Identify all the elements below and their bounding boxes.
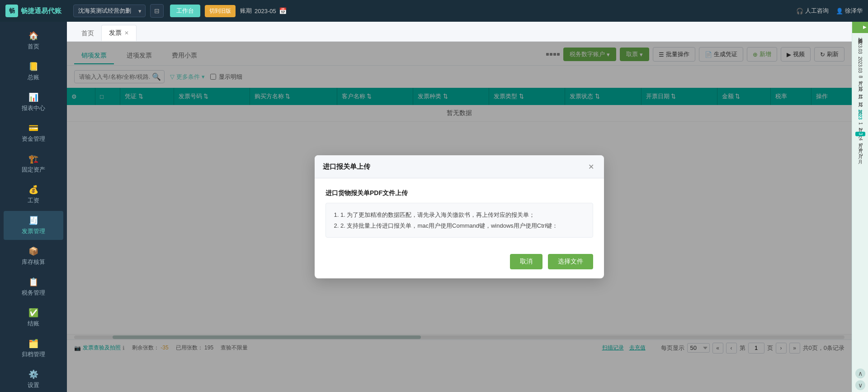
brand: 畅 畅捷通易代账 — [5, 5, 61, 17]
notice-item-2: 2. 支持批量上传进口报关单，mac用户使用Command键，windows用户… — [340, 220, 585, 231]
chevron-right-icon: ▶ — [862, 24, 867, 30]
sidebar-item-label: 资金管理 — [22, 135, 45, 143]
help-button[interactable]: 🎧 人工咨询 — [796, 7, 829, 15]
month-item[interactable]: 9月 — [856, 80, 864, 85]
switch-to-old-button[interactable]: 切到旧版 — [205, 5, 236, 17]
tab-close-icon[interactable]: ✕ — [124, 30, 129, 36]
sidebar-item-label: 总账 — [28, 73, 39, 81]
company-selector[interactable]: 沈海英测试经营勿删 — [73, 5, 146, 17]
modal-close-button[interactable]: ✕ — [586, 162, 596, 172]
reports-icon: 📊 — [28, 92, 38, 102]
month-item[interactable]: 6月 — [856, 148, 864, 152]
month-item[interactable]: 2023.03 — [857, 56, 863, 74]
top-bar-right: 🎧 人工咨询 👤 徐泽华 — [796, 7, 863, 15]
active-month-item[interactable]: 3月 — [855, 132, 865, 136]
month-item[interactable]: 5月 — [856, 142, 864, 147]
sidebar-item-label: 工资 — [28, 196, 39, 205]
import-customs-modal: 进口报关单上传 ✕ 进口货物报关单PDF文件上传 1. 为了更加精准的数据匹配，… — [315, 155, 604, 278]
sidebar-item-inventory[interactable]: 📦 库存核算 — [4, 242, 63, 271]
home-icon: 🏠 — [28, 31, 38, 41]
invoice-icon: 🧾 — [28, 215, 38, 225]
tab-home[interactable]: 首页 — [74, 26, 101, 41]
sidebar-item-label: 库存核算 — [22, 258, 45, 266]
notice-item-1: 1. 为了更加精准的数据匹配，请先录入海关缴款书，再上传对应的报关单； — [340, 210, 585, 220]
sidebar-item-label: 报表中心 — [22, 104, 45, 112]
modal-section-title: 进口货物报关单PDF文件上传 — [326, 189, 593, 197]
modal-overlay: 进口报关单上传 ✕ 进口货物报关单PDF文件上传 1. 为了更加精准的数据匹配，… — [67, 42, 852, 392]
sidebar: 🏠 首页 📒 总账 📊 报表中心 💳 资金管理 🏗️ 固定资产 💰 工资 🧾 发… — [0, 22, 67, 392]
workspace-button[interactable]: 工作台 — [170, 5, 200, 17]
sidebar-item-ledger[interactable]: 📒 总账 — [4, 57, 63, 86]
user-avatar-icon: 👤 — [836, 8, 843, 14]
modal-footer: 取消 选择文件 — [315, 247, 604, 278]
month-item[interactable]: 4月 — [856, 137, 864, 142]
archive-icon: 🗂️ — [28, 339, 38, 349]
month-list: 2023.03 2023.03 8月 9月 10月 11月 12月 2023 1… — [852, 37, 868, 157]
modal-select-file-button[interactable]: 选择文件 — [548, 254, 593, 269]
modal-header: 进口报关单上传 ✕ — [315, 155, 604, 178]
period-calendar-icon[interactable]: 📅 — [279, 7, 287, 14]
sidebar-item-label: 首页 — [28, 43, 39, 51]
month-item[interactable]: 2023.03 — [857, 37, 863, 55]
panel-controls: ∧ ∨ — [854, 367, 867, 392]
sidebar-item-label: 发票管理 — [22, 227, 45, 235]
month-item[interactable]: 2月 — [856, 127, 864, 131]
company-settings-icon[interactable]: ⊟ — [150, 4, 164, 18]
sidebar-item-label: 结账 — [28, 320, 39, 328]
sidebar-item-closing[interactable]: ✅ 结账 — [4, 303, 63, 332]
sidebar-item-home[interactable]: 🏠 首页 — [4, 26, 63, 55]
modal-title: 进口报关单上传 — [323, 163, 370, 171]
sidebar-item-settings[interactable]: ⚙️ 设置 — [4, 365, 63, 392]
month-item[interactable]: 11月 — [856, 93, 864, 100]
month-item[interactable]: 7月 — [856, 153, 864, 157]
salary-icon: 💰 — [28, 185, 38, 195]
month-item[interactable]: 12月 — [856, 101, 864, 108]
sidebar-item-funds[interactable]: 💳 资金管理 — [4, 119, 63, 148]
headset-icon: 🎧 — [796, 8, 803, 14]
expand-down-button[interactable]: ∨ — [855, 380, 865, 390]
brand-icon: 畅 — [5, 5, 18, 17]
page-content: 销项发票 进项发票 费用小票 税务数字账户 ▾ 取票 ▾ — [67, 42, 852, 392]
inventory-icon: 📦 — [28, 246, 38, 256]
year-item[interactable]: 2023 — [857, 109, 863, 120]
user-menu[interactable]: 👤 徐泽华 — [836, 7, 863, 15]
top-bar: 畅 畅捷通易代账 沈海英测试经营勿删 ⊟ 工作台 切到旧版 账期 2023-05… — [0, 0, 868, 22]
month-item[interactable]: 8月 — [856, 75, 864, 79]
ledger-icon: 📒 — [28, 62, 38, 72]
right-panel: ▶ 期间选择 2023.03 2023.03 8月 9月 10月 11月 12月… — [852, 22, 868, 392]
sidebar-item-label: 归档管理 — [22, 350, 45, 359]
month-item[interactable]: 1月 — [856, 121, 864, 126]
tab-bar: 首页 发票 ✕ — [67, 22, 852, 42]
modal-body: 进口货物报关单PDF文件上传 1. 为了更加精准的数据匹配，请先录入海关缴款书，… — [315, 178, 604, 247]
sidebar-item-tax[interactable]: 📋 税务管理 — [4, 272, 63, 301]
funds-icon: 💳 — [28, 123, 38, 133]
modal-notice: 1. 为了更加精准的数据匹配，请先录入海关缴款书，再上传对应的报关单； 2. 支… — [326, 203, 593, 238]
period-display: 账期 2023-05 📅 — [240, 7, 287, 15]
assets-icon: 🏗️ — [28, 154, 38, 164]
closing-icon: ✅ — [28, 308, 38, 318]
month-item[interactable]: 10月 — [856, 85, 864, 92]
sidebar-item-invoice[interactable]: 🧾 发票管理 — [4, 211, 63, 240]
main-layout: 🏠 首页 📒 总账 📊 报表中心 💳 资金管理 🏗️ 固定资产 💰 工资 🧾 发… — [0, 22, 868, 392]
sidebar-item-archive[interactable]: 🗂️ 归档管理 — [4, 334, 63, 363]
period-select-label: 期间选择 — [856, 33, 864, 37]
content-area: 首页 发票 ✕ 销项发票 进项发票 费用小票 税务数字账户 — [67, 22, 852, 392]
open-billing-date-button[interactable]: ▶ — [852, 22, 868, 33]
tab-invoice[interactable]: 发票 ✕ — [101, 25, 137, 41]
sidebar-item-salary[interactable]: 💰 工资 — [4, 180, 63, 209]
sidebar-item-label: 税务管理 — [22, 289, 45, 297]
tax-icon: 📋 — [28, 277, 38, 287]
modal-cancel-button[interactable]: 取消 — [510, 254, 542, 269]
sidebar-item-label: 固定资产 — [22, 166, 45, 174]
expand-up-button[interactable]: ∧ — [855, 368, 865, 378]
sidebar-item-label: 设置 — [28, 381, 39, 389]
sidebar-item-reports[interactable]: 📊 报表中心 — [4, 88, 63, 117]
sidebar-item-assets[interactable]: 🏗️ 固定资产 — [4, 149, 63, 178]
settings-icon: ⚙️ — [28, 369, 38, 379]
